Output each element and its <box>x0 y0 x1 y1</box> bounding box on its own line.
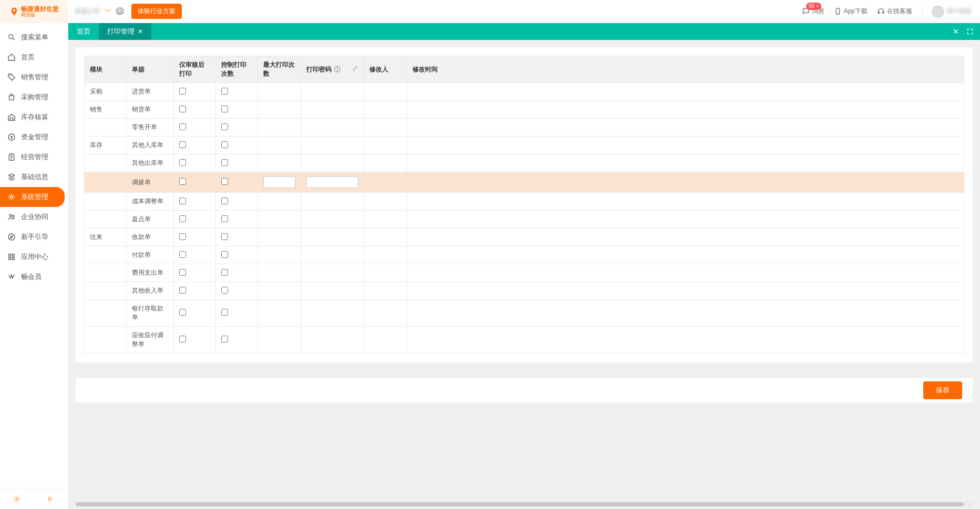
cell-mod-time <box>407 154 964 172</box>
limit-checkbox[interactable] <box>221 336 228 342</box>
sidebar-item-9[interactable]: 企业协同 <box>0 207 68 227</box>
org-name: 某某公司 <box>75 7 100 16</box>
collapse-icon[interactable] <box>47 495 55 503</box>
search-icon <box>7 33 16 41</box>
tag-icon <box>7 73 16 81</box>
cell-modifier <box>364 83 407 101</box>
audit-only-checkbox[interactable] <box>179 287 186 294</box>
horizontal-scrollbar[interactable] <box>76 502 973 507</box>
cell-max <box>258 327 301 354</box>
audit-only-checkbox[interactable] <box>179 215 186 222</box>
cell-max <box>258 83 301 101</box>
help-icon[interactable]: ⓘ <box>334 66 341 73</box>
user-menu[interactable]: 用户名称 <box>932 5 972 18</box>
audit-only-checkbox[interactable] <box>179 159 186 166</box>
sidebar-item-8[interactable]: 系统管理 <box>0 187 65 207</box>
sidebar-item-0[interactable]: 搜索菜单 <box>0 27 68 47</box>
audit-only-checkbox[interactable] <box>179 233 186 240</box>
limit-checkbox[interactable] <box>221 159 228 166</box>
sidebar-item-2[interactable]: 销售管理 <box>0 67 68 87</box>
cell-audit-only <box>174 172 216 193</box>
sidebar-item-11[interactable]: 应用中心 <box>0 247 68 267</box>
main-area: 首页打印管理✕ ✕ 模块 单据 仅审核后打印 控制打印次数 <box>68 23 980 509</box>
limit-checkbox[interactable] <box>221 233 228 240</box>
cell-audit-only <box>174 327 216 354</box>
limit-checkbox[interactable] <box>221 215 228 222</box>
audit-only-checkbox[interactable] <box>179 123 186 130</box>
close-all-icon[interactable]: ✕ <box>953 27 959 36</box>
sidebar-item-label: 新手引导 <box>21 232 48 242</box>
sidebar-item-1[interactable]: 首页 <box>0 47 68 67</box>
cell-audit-only <box>174 264 216 282</box>
limit-checkbox[interactable] <box>221 178 228 185</box>
cell-password <box>301 228 364 246</box>
team-icon <box>7 213 16 221</box>
svg-point-9 <box>8 234 15 240</box>
sidebar-item-10[interactable]: 新手引导 <box>0 227 68 247</box>
cell-modifier <box>364 300 407 327</box>
password-input[interactable] <box>306 176 358 188</box>
cell-password <box>301 327 364 354</box>
online-service-link[interactable]: 在线客服 <box>877 7 912 16</box>
limit-checkbox[interactable] <box>221 269 228 276</box>
close-icon[interactable]: ✕ <box>138 28 143 35</box>
audit-only-checkbox[interactable] <box>179 178 186 185</box>
sidebar-item-label: 系统管理 <box>21 192 48 202</box>
headset-icon <box>877 7 885 15</box>
cell-audit-only <box>174 101 216 119</box>
sidebar-item-12[interactable]: 畅会员 <box>0 267 68 287</box>
app-download-link[interactable]: App下载 <box>834 7 868 16</box>
edit-icon[interactable] <box>352 65 358 71</box>
sidebar-item-label: 应用中心 <box>21 252 48 262</box>
table-row: 盘点单 <box>85 211 964 228</box>
gear-icon[interactable] <box>116 7 124 16</box>
audit-only-checkbox[interactable] <box>179 309 186 316</box>
audit-only-checkbox[interactable] <box>179 141 186 148</box>
scrollbar-thumb[interactable] <box>76 502 964 506</box>
limit-checkbox[interactable] <box>221 309 228 316</box>
sidebar-item-4[interactable]: 库存核算 <box>0 107 68 127</box>
cell-max <box>258 282 301 300</box>
limit-checkbox[interactable] <box>221 198 228 204</box>
audit-only-checkbox[interactable] <box>179 269 186 276</box>
limit-checkbox[interactable] <box>221 251 228 258</box>
limit-checkbox[interactable] <box>221 141 228 148</box>
limit-checkbox[interactable] <box>221 88 228 95</box>
sidebar-item-3[interactable]: 采购管理 <box>0 87 68 107</box>
table-row: 往来收款单 <box>85 228 964 246</box>
sidebar-item-7[interactable]: 基础信息 <box>0 167 68 187</box>
home-icon <box>7 53 16 61</box>
phone-icon <box>834 7 842 15</box>
sidebar-item-6[interactable]: 经营管理 <box>0 147 68 167</box>
vip-icon <box>7 273 16 281</box>
save-button[interactable]: 保存 <box>923 381 962 399</box>
th-module: 模块 <box>85 56 127 83</box>
fullscreen-icon[interactable] <box>966 28 974 35</box>
audit-only-checkbox[interactable] <box>179 106 186 112</box>
tab-0[interactable]: 首页 <box>68 23 99 40</box>
money-icon <box>7 133 16 141</box>
audit-only-checkbox[interactable] <box>179 336 186 342</box>
audit-only-checkbox[interactable] <box>179 198 186 204</box>
cell-doc: 付款单 <box>127 246 174 264</box>
limit-checkbox[interactable] <box>221 287 228 294</box>
limit-checkbox[interactable] <box>221 123 228 130</box>
svg-point-7 <box>9 214 12 216</box>
svg-point-1 <box>838 13 838 14</box>
settings-icon[interactable] <box>13 495 21 503</box>
limit-checkbox[interactable] <box>221 106 228 112</box>
table-row: 库存其他入库单 <box>85 137 964 154</box>
cell-modifier <box>364 119 407 137</box>
sidebar-item-label: 搜索菜单 <box>21 33 48 42</box>
avatar-icon <box>932 5 944 18</box>
max-input[interactable] <box>263 176 295 188</box>
cell-password <box>301 246 364 264</box>
org-selector[interactable]: 某某公司 ﹀ <box>75 7 111 16</box>
plan-button[interactable]: 体验行业方案 <box>131 4 182 19</box>
audit-only-checkbox[interactable] <box>179 88 186 95</box>
audit-only-checkbox[interactable] <box>179 251 186 258</box>
sidebar-item-5[interactable]: 资金管理 <box>0 127 68 147</box>
app-download-label: App下载 <box>844 7 868 16</box>
messages-link[interactable]: 消息 99 + <box>802 7 824 16</box>
tab-1[interactable]: 打印管理✕ <box>99 23 151 40</box>
